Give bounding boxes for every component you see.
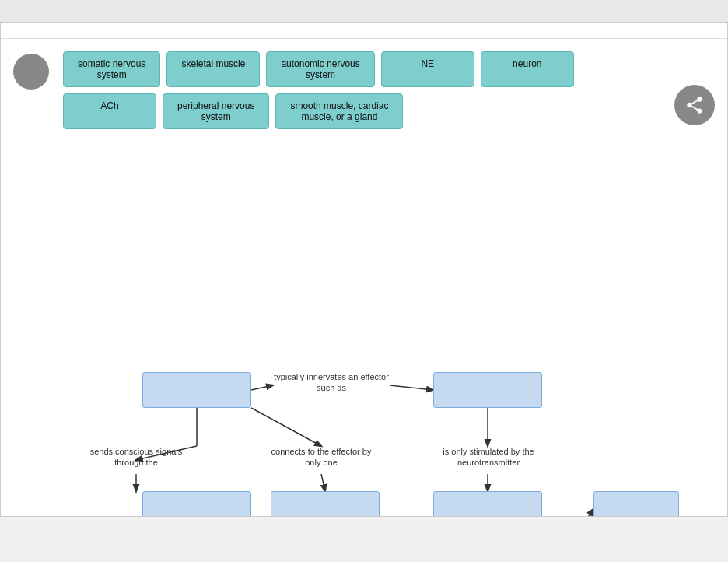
node-n1[interactable] [142, 372, 251, 408]
word-chip-w4[interactable]: NE [381, 51, 474, 87]
label-l4: is only stimulated by the neurotransmitt… [427, 446, 550, 469]
node-n4[interactable] [271, 491, 380, 516]
node-n3[interactable] [142, 491, 251, 516]
label-l3: connects to the effector by only one [264, 446, 379, 469]
word-chip-w8[interactable]: smooth muscle, cardiac muscle, or a glan… [275, 93, 403, 129]
label-l2: sends conscious signals through the [79, 446, 194, 469]
svg-line-6 [321, 474, 325, 491]
node-n2[interactable] [433, 372, 542, 408]
node-n6[interactable] [593, 491, 679, 516]
word-chip-w5[interactable]: neuron [481, 51, 574, 87]
page-title [1, 23, 727, 39]
word-chip-w3[interactable]: autonomic nervous system [266, 51, 374, 87]
close-button[interactable] [13, 54, 49, 90]
node-n5[interactable] [433, 491, 542, 516]
share-button[interactable] [674, 85, 715, 125]
word-chip-w6[interactable]: ACh [63, 93, 156, 129]
word-chip-w7[interactable]: peripheral nervous system [163, 93, 269, 129]
svg-line-23 [545, 509, 593, 516]
label-l1: typically innervates an effector such as [273, 371, 390, 394]
word-chip-w1[interactable]: somatic nervous system [63, 51, 160, 87]
word-bank: somatic nervous systemskeletal muscleaut… [1, 39, 727, 142]
svg-line-0 [251, 385, 273, 390]
svg-line-1 [390, 385, 433, 390]
diagram-area: typically innervates an effector such as… [1, 142, 727, 516]
svg-line-5 [251, 408, 321, 446]
word-chip-w2[interactable]: skeletal muscle [166, 51, 260, 87]
share-icon [684, 95, 705, 115]
